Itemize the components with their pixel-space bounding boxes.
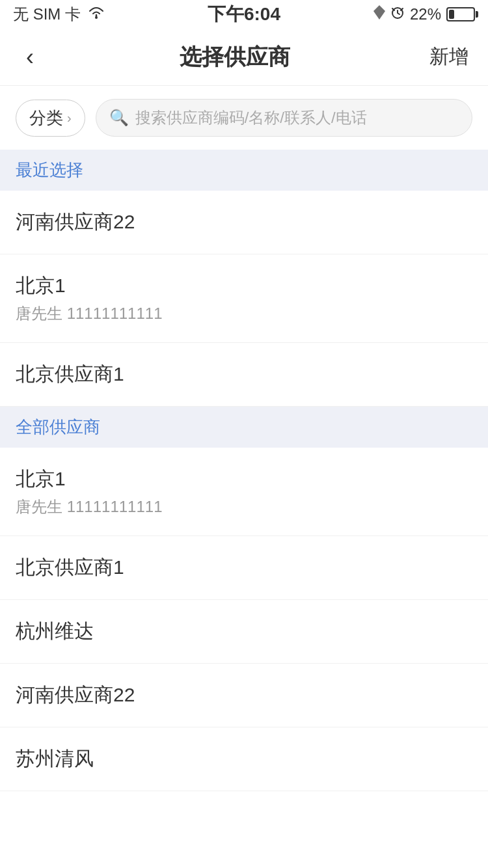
all-section-header: 全部供应商 bbox=[0, 407, 488, 448]
list-item[interactable]: 河南供应商22 bbox=[0, 191, 488, 254]
item-name: 北京1 bbox=[16, 273, 472, 299]
list-item[interactable]: 北京1 唐先生 11111111111 bbox=[0, 448, 488, 536]
recent-section-header: 最近选择 bbox=[0, 150, 488, 191]
carrier-label: 无 SIM 卡 bbox=[13, 4, 81, 25]
search-icon: 🔍 bbox=[109, 109, 129, 127]
nav-bar: ‹ 选择供应商 新增 bbox=[0, 29, 488, 86]
item-name: 河南供应商22 bbox=[16, 209, 472, 236]
category-label: 分类 bbox=[29, 107, 63, 129]
list-item[interactable]: 北京供应商1 bbox=[0, 343, 488, 407]
alarm-icon bbox=[390, 5, 405, 23]
chevron-right-icon: › bbox=[67, 111, 72, 126]
status-right: 22% bbox=[373, 5, 475, 23]
all-list: 北京1 唐先生 11111111111 北京供应商1 杭州维达 河南供应商22 … bbox=[0, 448, 488, 791]
back-button[interactable]: ‹ bbox=[20, 37, 40, 77]
item-name: 北京供应商1 bbox=[16, 361, 472, 388]
item-contact: 唐先生 11111111111 bbox=[16, 496, 472, 517]
item-name: 河南供应商22 bbox=[16, 682, 472, 709]
item-contact: 唐先生 11111111111 bbox=[16, 303, 472, 324]
recent-list: 河南供应商22 北京1 唐先生 11111111111 北京供应商1 bbox=[0, 191, 488, 407]
svg-point-0 bbox=[95, 16, 98, 19]
list-item[interactable]: 河南供应商22 bbox=[0, 664, 488, 727]
item-name: 杭州维达 bbox=[16, 618, 472, 645]
all-section-label: 全部供应商 bbox=[16, 417, 100, 437]
recent-section-label: 最近选择 bbox=[16, 160, 83, 180]
location-icon bbox=[373, 5, 385, 23]
list-item[interactable]: 苏州清风 bbox=[0, 727, 488, 791]
item-name: 苏州清风 bbox=[16, 746, 472, 772]
status-time: 下午6:04 bbox=[208, 2, 280, 27]
list-item[interactable]: 北京1 唐先生 11111111111 bbox=[0, 254, 488, 343]
item-name: 北京1 bbox=[16, 466, 472, 493]
list-item[interactable]: 杭州维达 bbox=[0, 600, 488, 664]
wifi-icon bbox=[87, 5, 105, 23]
page-title: 选择供应商 bbox=[180, 42, 290, 72]
battery-percent: 22% bbox=[410, 5, 441, 23]
battery-icon bbox=[446, 7, 475, 21]
status-left: 无 SIM 卡 bbox=[13, 4, 105, 25]
add-button[interactable]: 新增 bbox=[429, 44, 468, 70]
filter-bar: 分类 › 🔍 搜索供应商编码/名称/联系人/电话 bbox=[0, 86, 488, 150]
item-name: 北京供应商1 bbox=[16, 554, 472, 581]
category-filter[interactable]: 分类 › bbox=[16, 100, 85, 137]
list-item[interactable]: 北京供应商1 bbox=[0, 536, 488, 600]
status-bar: 无 SIM 卡 下午6:04 22% bbox=[0, 0, 488, 29]
search-placeholder: 搜索供应商编码/名称/联系人/电话 bbox=[135, 107, 367, 128]
search-box[interactable]: 🔍 搜索供应商编码/名称/联系人/电话 bbox=[96, 99, 472, 137]
